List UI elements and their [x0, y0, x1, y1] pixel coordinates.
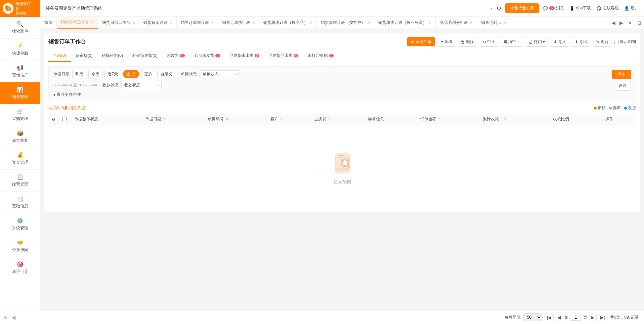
sub-tab-shipped-not-warehoused[interactable]: 已发货未出库 0: [225, 50, 264, 62]
page-of-label: 页: [583, 315, 587, 320]
messages-btn[interactable]: 💬 6 消息: [543, 5, 564, 11]
sidebar-item-search[interactable]: 🔍 搜索菜单: [0, 17, 40, 39]
import-btn[interactable]: ⬇ 导入: [551, 37, 569, 47]
stop-btn[interactable]: ⊘ 中止: [480, 37, 498, 47]
tab-sales-workbench[interactable]: 销售订单工作台 ✕: [57, 17, 98, 29]
online-service-btn[interactable]: 🎧 在线客服: [596, 5, 619, 11]
page-number-input[interactable]: [570, 314, 582, 321]
settings-icon[interactable]: ⚙: [497, 5, 501, 11]
tab-close-sales-extra[interactable]: ✕: [503, 21, 506, 25]
sidebar-item-inventory[interactable]: 📦 库存核算: [0, 126, 40, 148]
date-btn-custom[interactable]: 自定义: [157, 70, 175, 78]
date-btn-today[interactable]: 今天: [88, 70, 102, 78]
th-number[interactable]: 单据编号 ⇅: [204, 114, 267, 125]
tab-sales-exec[interactable]: 销售订单执行表 ✕: [218, 17, 259, 29]
sub-tab-wangpu[interactable]: 旺铺待发货(0): [128, 50, 162, 62]
tab-close-summary-product[interactable]: ✕: [310, 21, 312, 25]
setting-btn[interactable]: 设置: [614, 81, 631, 91]
tab-sales-summary-staff[interactable]: 销货单统计表（按业务员） ✕: [374, 17, 436, 29]
page-size-select[interactable]: 50 10 20 100: [523, 313, 542, 321]
sub-tab-pending-review[interactable]: 待审核(0): [71, 50, 97, 62]
th-date[interactable]: 单据日期 ⇅: [142, 114, 204, 125]
page-first-btn[interactable]: |◀: [545, 314, 554, 321]
tab-cash-reconcile[interactable]: 钱货日清对账 ✕: [139, 17, 177, 29]
cancel-stop-btn[interactable]: 取消中止: [501, 37, 523, 47]
add-btn[interactable]: + 新增: [438, 37, 455, 47]
sub-tab-not-shipped[interactable]: 未发货 0: [162, 50, 189, 62]
sidebar-item-finance[interactable]: 💰 资金管理: [0, 148, 40, 170]
date-btn-7days[interactable]: 近7天: [104, 70, 121, 78]
th-staff[interactable]: 业务员 ⇅: [311, 114, 364, 125]
ship-action[interactable]: 发货: [624, 105, 636, 111]
delete-btn[interactable]: 🗑 删除: [458, 37, 477, 47]
status-select[interactable]: 单据状态: [200, 70, 240, 78]
sidebar-item-basic-info[interactable]: 📑 基础信息: [0, 192, 40, 213]
sidebar-collapse-btn[interactable]: ◀: [11, 314, 15, 321]
select-all-checkbox[interactable]: [62, 117, 67, 121]
logo-icon: 畅: [3, 3, 13, 14]
sidebar-item-newbie[interactable]: 🎯 新手引导: [0, 257, 40, 279]
smart-create-btn[interactable]: ★ 智能生单: [407, 37, 435, 46]
tab-close-cash-reconcile[interactable]: ✕: [170, 21, 172, 25]
result-bar: 共找到 0条 相关单据 审核 弃审 发货: [48, 105, 636, 111]
tab-next-btn[interactable]: ▶: [617, 17, 625, 29]
review-action[interactable]: 审核: [594, 105, 606, 111]
tab-sales-summary-product[interactable]: 销货单统计表（按商品） ✕: [259, 17, 317, 29]
print-btn[interactable]: 🖨 打印 ▾: [526, 37, 548, 47]
tab-sales-summary-customer[interactable]: 销货单统计表（按客户） ✕: [317, 17, 374, 29]
refresh-btn[interactable]: ↻ 刷新: [593, 37, 611, 47]
user-btn[interactable]: 👤 用户: [624, 5, 639, 11]
tab-sales-stats[interactable]: 销售订单统计表 ✕: [177, 17, 218, 29]
tab-close-all-btn[interactable]: ✕: [625, 17, 635, 29]
tab-close-summary-customer[interactable]: ✕: [367, 21, 370, 25]
sidebar-item-sales[interactable]: 📊 销售管理: [0, 82, 40, 104]
tab-prev-btn[interactable]: ◀: [610, 17, 617, 29]
th-cumulative[interactable]: 累计收款... ⇅: [479, 114, 550, 125]
sub-tab-overdue-not-shipped[interactable]: 到期未发货 0: [189, 50, 225, 62]
tab-close-sales-workbench[interactable]: ✕: [91, 21, 94, 24]
tab-gross-margin[interactable]: 商品毛利分析表 ✕: [436, 17, 477, 29]
date-btn-1month[interactable]: 近1月: [123, 70, 139, 78]
tab-sales-extra[interactable]: 销售毛利… ✕: [477, 17, 510, 29]
page-last-btn[interactable]: ▶|: [598, 314, 607, 321]
sidebar-item-purchase[interactable]: 🛒 采购管理: [0, 104, 40, 126]
show-detail-checkbox[interactable]: [614, 40, 618, 44]
logo-char: 畅: [5, 4, 11, 12]
app-download-btn[interactable]: 📱 App下载: [569, 5, 591, 11]
sub-tab-not-printed[interactable]: 未打印单据 0: [303, 50, 338, 62]
tab-close-summary-staff[interactable]: ✕: [429, 21, 431, 25]
industry-btn[interactable]: 体验行业方案: [505, 3, 539, 13]
tab-close-sales-stats[interactable]: ✕: [211, 21, 214, 25]
date-btn-more[interactable]: 更多: [141, 70, 155, 78]
tab-close-gross-margin[interactable]: ✕: [470, 21, 473, 25]
tab-close-cash-daily[interactable]: ✕: [132, 21, 135, 25]
sub-tab-pending-inspect[interactable]: 待拣验货(0): [97, 50, 128, 62]
sidebar-item-system[interactable]: ⚙️ 系统管理: [0, 213, 40, 235]
tab-expand-btn[interactable]: ⊡: [635, 17, 644, 29]
sub-tab-all[interactable]: 全部(0): [48, 50, 71, 62]
sidebar-item-enterprise[interactable]: 🤝 企业协同: [0, 235, 40, 257]
column-settings-icon[interactable]: ⚙: [52, 117, 55, 122]
badge-not-shipped: 0: [180, 54, 185, 57]
cancel-review-action[interactable]: 弃审: [609, 105, 621, 111]
tab-home[interactable]: 首页: [40, 17, 57, 29]
page-prev-btn[interactable]: ◀: [555, 314, 563, 321]
query-btn[interactable]: 查询: [612, 70, 631, 79]
sidebar-item-quick-nav[interactable]: ⚡ 快捷导航: [0, 39, 40, 60]
sidebar-settings-btn[interactable]: ⚙: [3, 314, 8, 321]
tab-cash-daily[interactable]: 钱货日清工作台 ✕: [98, 17, 139, 29]
payment-select[interactable]: 收款状态: [121, 81, 162, 89]
date-btn-yesterday[interactable]: 昨天: [72, 70, 86, 78]
sidebar-item-marketing[interactable]: 📢 营销推广: [0, 60, 40, 82]
logo-text: 畅捷通好生意 标准版: [15, 1, 37, 16]
th-customer[interactable]: 客户 ⇅: [267, 114, 311, 125]
dropdown-arrow[interactable]: ▾: [490, 6, 492, 11]
show-detail-checkbox-label[interactable]: 显示明细: [614, 39, 636, 45]
th-amount[interactable]: 订单金额 ⇅: [417, 114, 479, 125]
sidebar-item-operations[interactable]: 📋 经营管理: [0, 170, 40, 192]
sub-tab-shipped-warehoused[interactable]: 已发货已出库 0: [264, 50, 303, 62]
page-next-btn[interactable]: ▶: [589, 314, 597, 321]
expand-conditions-btn[interactable]: ▾ 展开更多条件: [53, 92, 607, 97]
tab-close-sales-exec[interactable]: ✕: [252, 21, 255, 25]
export-btn[interactable]: ⬆ 导出: [572, 37, 590, 47]
